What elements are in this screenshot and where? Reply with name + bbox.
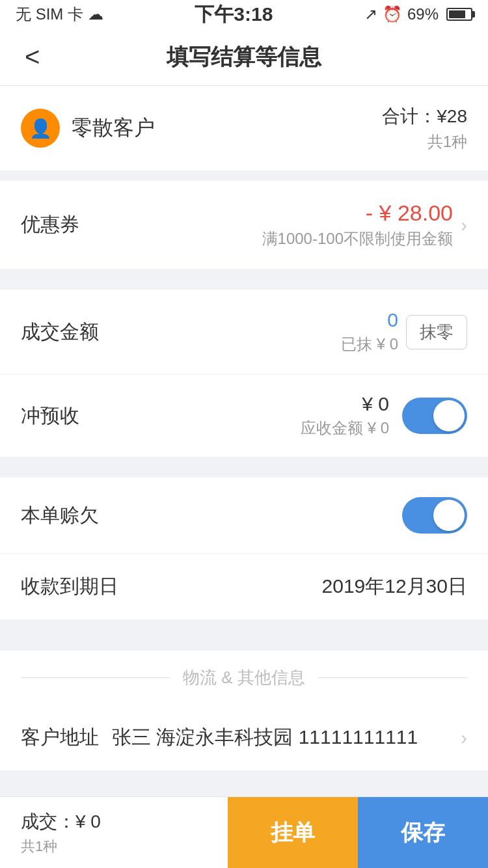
coupon-value-col: - ¥ 28.00 满1000-100不限制使用金额 [262, 200, 453, 249]
customer-name: 零散客户 [72, 114, 155, 142]
status-time: 下午3:18 [195, 1, 273, 28]
page-title: 填写结算等信息 [167, 42, 321, 72]
logistics-header: 物流 & 其他信息 [0, 651, 488, 705]
divider-3 [0, 630, 488, 640]
bottom-bar: 成交：¥ 0 共1种 挂单 保存 [0, 796, 488, 868]
logistics-title: 物流 & 其他信息 [183, 666, 305, 689]
divider-1 [0, 279, 488, 290]
status-left: 无 SIM 卡 ☁ [16, 4, 103, 25]
address-chevron-icon: › [461, 727, 467, 749]
customer-row: 👤 零散客户 合计：¥28 共1种 [0, 86, 488, 170]
prepayment-sub: 应收金额 ¥ 0 [301, 418, 389, 439]
prepayment-values: ¥ 0 应收金额 ¥ 0 [301, 393, 389, 439]
deal-amount-section: 成交金额 0 已抹 ¥ 0 抹零 冲预收 ¥ 0 应收金额 ¥ 0 [0, 290, 488, 457]
debit-section: 本单赊欠 收款到期日 2019年12月30日 [0, 478, 488, 619]
battery-icon [446, 8, 472, 21]
divider-line-left [21, 677, 170, 678]
nav-bar: < 填写结算等信息 [0, 29, 488, 86]
coupon-discount: - ¥ 28.00 [262, 200, 453, 226]
content: 👤 零散客户 合计：¥28 共1种 优惠券 - ¥ 28.00 满1000-10… [0, 86, 488, 848]
due-date-row: 收款到期日 2019年12月30日 [0, 554, 488, 619]
customer-info: 👤 零散客户 [21, 109, 155, 148]
chevron-right-icon: › [461, 214, 467, 236]
status-right: ↗ ⏰ 69% [364, 5, 472, 23]
prepayment-amount: ¥ 0 [301, 393, 389, 415]
total-count: 共1种 [382, 131, 467, 152]
deal-amount-label: 成交金额 [21, 319, 99, 346]
due-date-value: 2019年12月30日 [322, 573, 467, 600]
prepayment-label: 冲预收 [21, 403, 79, 429]
sim-label: 无 SIM 卡 ☁ [16, 4, 103, 25]
total-amount: 合计：¥28 [382, 104, 467, 129]
bottom-deal-value: ¥ 0 [75, 811, 101, 832]
divider-2 [0, 467, 488, 478]
deal-amount-right: 0 已抹 ¥ 0 抹零 [341, 309, 467, 355]
status-bar: 无 SIM 卡 ☁ 下午3:18 ↗ ⏰ 69% [0, 0, 488, 29]
coupon-section[interactable]: 优惠券 - ¥ 28.00 满1000-100不限制使用金额 › [0, 181, 488, 269]
avatar: 👤 [21, 109, 60, 148]
avatar-icon: 👤 [29, 118, 52, 139]
coupon-row[interactable]: 优惠券 - ¥ 28.00 满1000-100不限制使用金额 › [0, 181, 488, 269]
pending-button[interactable]: 挂单 [228, 797, 358, 868]
debit-row: 本单赊欠 [0, 478, 488, 554]
bottom-deal-label: 成交： [21, 811, 75, 832]
deal-amount-sub: 已抹 ¥ 0 [341, 334, 398, 355]
address-label: 客户地址 [21, 724, 99, 751]
bottom-info: 成交：¥ 0 共1种 [0, 797, 228, 868]
deal-amount-row: 成交金额 0 已抹 ¥ 0 抹零 [0, 290, 488, 375]
customer-total: 合计：¥28 共1种 [382, 104, 467, 152]
round-off-button[interactable]: 抹零 [406, 315, 467, 349]
logistics-section: 物流 & 其他信息 客户地址 张三 海淀永丰科技园 11111111111 › [0, 651, 488, 770]
coupon-label: 优惠券 [21, 211, 79, 238]
prepayment-right: ¥ 0 应收金额 ¥ 0 [301, 393, 467, 439]
bottom-deal-amount: 成交：¥ 0 [21, 809, 207, 834]
customer-section: 👤 零散客户 合计：¥28 共1种 [0, 86, 488, 170]
location-icon: ↗ [364, 5, 377, 23]
coupon-right: - ¥ 28.00 满1000-100不限制使用金额 › [262, 200, 467, 249]
deal-amount-col: 0 已抹 ¥ 0 [341, 309, 398, 355]
address-value: 张三 海淀永丰科技园 11111111111 [112, 724, 448, 751]
battery-percent: 69% [407, 5, 439, 23]
deal-amount-value: 0 [341, 309, 398, 331]
address-row[interactable]: 客户地址 张三 海淀永丰科技园 11111111111 › [0, 705, 488, 770]
divider-line-right [318, 677, 467, 678]
bottom-count: 共1种 [21, 837, 207, 856]
prepayment-row: 冲预收 ¥ 0 应收金额 ¥ 0 [0, 375, 488, 457]
coupon-description: 满1000-100不限制使用金额 [262, 228, 453, 249]
prepayment-toggle[interactable] [402, 398, 467, 434]
due-date-label: 收款到期日 [21, 573, 118, 600]
debit-label: 本单赊欠 [21, 502, 99, 529]
debit-toggle-knob [433, 500, 465, 531]
toggle-knob [433, 400, 465, 431]
debit-right [402, 497, 467, 534]
alarm-icon: ⏰ [383, 5, 402, 23]
debit-toggle[interactable] [402, 497, 467, 534]
back-button[interactable]: < [18, 36, 46, 78]
save-button[interactable]: 保存 [358, 797, 488, 868]
